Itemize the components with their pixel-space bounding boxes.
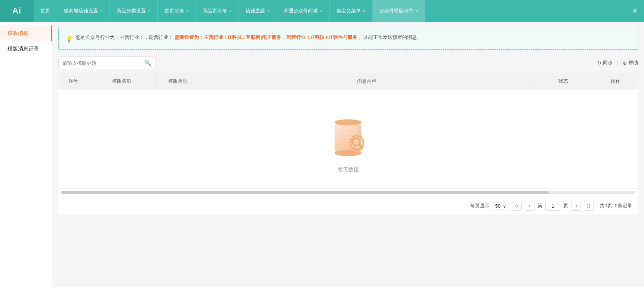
tab-list: 首页微商城店铺设置×商品分类设置×首页装修×商品页装修×店铺主题×开通公众号商城… [34,0,625,22]
search-row: 🔍 ↻ 同步 | ⊘ 帮助 [58,57,638,69]
tab-close-icon[interactable]: × [100,8,103,13]
search-icon[interactable]: 🔍 [144,59,151,66]
scrollbar-row [58,188,638,197]
page-total: 共0页, 0条记录 [600,202,632,209]
alert-text: 您的公众号行业为：主营行业：，副营行业： 需要设置为：主营行业：IT科技 / 互… [76,33,422,42]
search-actions: ↻ 同步 | ⊘ 帮助 [597,59,638,66]
divider: | [617,60,618,66]
chevron-down-icon: ∨ [503,203,506,209]
tab-label: 公众号模版消息 [379,7,413,14]
tab-自定义菜单[interactable]: 自定义菜单× [330,0,373,22]
sidebar-item-模版消息[interactable]: 模版消息 [0,25,52,41]
tab-店铺主题[interactable]: 店铺主题× [239,0,277,22]
table-col-状态: 状态 [533,73,593,89]
tab-label: 开通公众号商城 [284,7,318,14]
empty-state: 暂无数据 [58,89,638,188]
first-page-button[interactable]: ⟨⟨ [512,201,522,211]
sidebar: 模版消息模版消息记录 [0,22,52,287]
help-icon: ⊘ [623,60,627,66]
topbar: Ai 首页微商城店铺设置×商品分类设置×首页装修×商品页装修×店铺主题×开通公众… [0,0,644,22]
tab-close-icon[interactable]: × [267,8,270,13]
tab-首页[interactable]: 首页 [34,0,57,22]
table-col-消息内容: 消息内容 [200,73,533,89]
tab-公众号模版消息[interactable]: 公众号模版消息× [373,0,425,22]
svg-point-4 [335,150,361,156]
page-suffix: 页 [563,202,568,209]
tab-开通公众号商城[interactable]: 开通公众号商城× [277,0,330,22]
tab-close-icon[interactable]: × [320,8,323,13]
alert-banner: 💡 您的公众号行业为：主营行业：，副营行业： 需要设置为：主营行业：IT科技 /… [58,28,638,50]
sync-icon: ↻ [597,60,601,66]
svg-point-3 [335,119,361,125]
tab-label: 首页装修 [164,7,184,14]
sidebar-item-模版消息记录[interactable]: 模版消息记录 [0,41,52,57]
page-size-select[interactable]: 50 ∨ [493,202,509,210]
help-button[interactable]: ⊘ 帮助 [623,59,638,66]
table: 序号模版名称模版类型消息内容状态操作 [58,73,638,214]
page-input[interactable] [545,201,560,211]
empty-text: 暂无数据 [338,167,359,173]
tab-微商城店铺设置[interactable]: 微商城店铺设置× [57,0,110,22]
last-page-button[interactable]: ⟩⟩ [584,201,594,211]
tab-label: 店铺主题 [246,7,265,14]
table-col-操作: 操作 [593,73,638,89]
main-content: 💡 您的公众号行业为：主营行业：，副营行业： 需要设置为：主营行业：IT科技 /… [52,22,644,287]
empty-illustration [324,112,373,161]
tab-close-icon[interactable]: × [416,8,418,13]
search-box: 🔍 [58,57,155,69]
tab-label: 微商城店铺设置 [64,7,98,14]
tab-商品页装修[interactable]: 商品页装修× [196,0,239,22]
page-label: 第 [537,202,542,209]
next-page-button[interactable]: ⟩ [571,201,581,211]
page-size-label: 每页显示 [470,202,490,209]
alert-highlight: 需要设置为：主营行业：IT科技 / 互联网|电子商务，副营行业：IT科技 / I… [175,34,362,40]
tab-close-icon[interactable]: × [186,8,189,13]
search-input[interactable] [62,60,144,66]
table-col-模版类型: 模版类型 [155,73,200,89]
tab-label: 自定义菜单 [336,7,361,14]
tab-首页装修[interactable]: 首页装修× [158,0,196,22]
tab-label: 首页 [40,7,50,14]
pagination: 每页显示 50 ∨ ⟨⟨ ⟨ 第 页 ⟩ ⟩⟩ 共0页, 0条记录 [58,197,638,214]
scrollbar-thumb[interactable] [61,191,549,194]
tab-label: 商品页装修 [203,7,227,14]
tab-label: 商品分类设置 [117,7,146,14]
window-close-button[interactable]: ✕ [625,0,644,22]
table-col-序号: 序号 [58,73,88,89]
lightbulb-icon: 💡 [65,34,73,44]
table-header: 序号模版名称模版类型消息内容状态操作 [58,73,638,89]
table-col-模版名称: 模版名称 [88,73,155,89]
brand-logo: Ai [0,0,34,22]
tab-close-icon[interactable]: × [229,8,232,13]
tab-商品分类设置[interactable]: 商品分类设置× [110,0,158,22]
main-layout: 模版消息模版消息记录 💡 您的公众号行业为：主营行业：，副营行业： 需要设置为：… [0,22,644,287]
sync-button[interactable]: ↻ 同步 [597,59,613,66]
prev-page-button[interactable]: ⟨ [525,201,534,211]
scrollbar-track [61,191,635,194]
tab-close-icon[interactable]: × [148,8,151,13]
tab-close-icon[interactable]: × [363,8,366,13]
